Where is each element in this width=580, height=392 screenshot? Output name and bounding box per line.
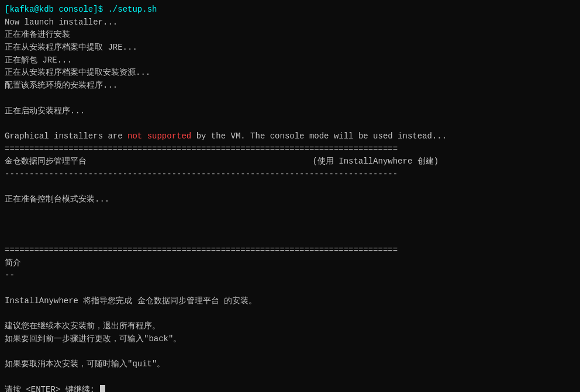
blank-9 [5,346,575,359]
section-intro: 简介 [5,257,575,270]
output-line-5: 正在从安装程序档案中提取安装资源... [5,67,575,79]
blank-4 [5,206,575,219]
blank-3 [5,181,575,194]
output-line-7: 正在启动安装程序... [5,105,575,118]
output-line-2: 正在准备进行安装 [5,29,575,41]
product-name: 金仓数据同步管理平台 [5,157,87,166]
output-line-4: 正在解包 JRE... [5,54,575,67]
product-title-line: 金仓数据同步管理平台 (使用 InstallAnywhere 创建) [5,155,575,168]
prompt-text: 请按 <ENTER> 键继续: [5,384,99,392]
output-line-8: 正在准备控制台模式安装... [5,193,575,206]
cursor-block [100,385,105,392]
command-line: [kafka@kdb console]$ ./setup.sh [5,4,575,16]
blank-7 [5,282,575,295]
blank-6 [5,231,575,244]
separator-eq-1: ========================================… [5,143,575,156]
section-dash: -- [5,269,575,282]
output-line-3: 正在从安装程序档案中提取 JRE... [5,41,575,54]
blank-5 [5,219,575,232]
warning-text-after: by the VM. The console mode will be used… [191,131,447,141]
terminal-window[interactable]: [kafka@kdb console]$ ./setup.sh Now laun… [0,0,580,392]
blank-2 [5,117,575,130]
separator-dash-1: ----------------------------------------… [5,168,575,181]
separator-eq-2: ========================================… [5,244,575,257]
install-anywhere-description: InstallAnywhere 将指导您完成 金仓数据同步管理平台 的安装。 [5,295,575,308]
output-line-1: Now launch installer... [5,16,575,29]
graphical-warning: Graphical installers are not supported b… [5,130,575,143]
output-line-6: 配置该系统环境的安装程序... [5,79,575,92]
warning-text-before: Graphical installers are [5,131,127,141]
install-anywhere-label: (使用 InstallAnywhere 创建) [87,157,439,166]
cancel-instruction: 如果要取消本次安装，可随时输入"quit"。 [5,358,575,371]
blank-8 [5,308,575,321]
blank-1 [5,92,575,105]
not-supported-text: not supported [127,131,191,141]
blank-10 [5,371,575,384]
prompt-line[interactable]: 请按 <ENTER> 键继续: [5,384,575,392]
advice-line-1: 建议您在继续本次安装前，退出所有程序。 [5,320,575,333]
advice-line-2: 如果要回到前一步骤进行更改，可输入"back"。 [5,333,575,346]
